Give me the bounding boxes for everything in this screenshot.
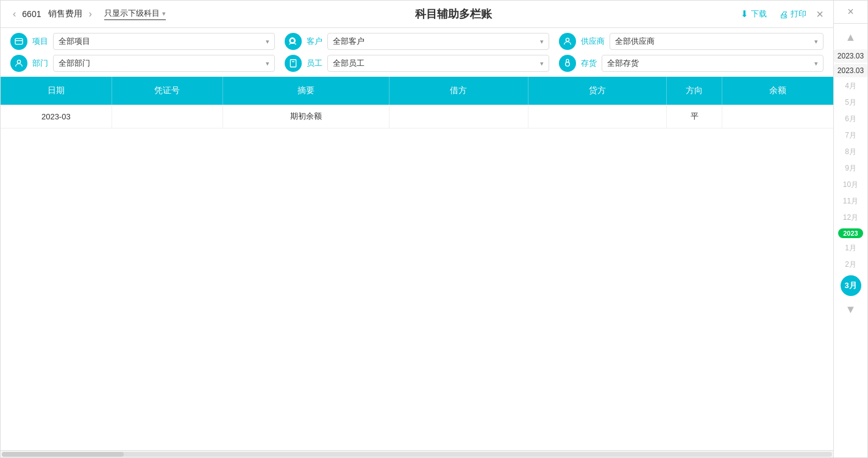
svg-rect-4: [290, 60, 296, 67]
page-title: 科目辅助多栏账: [166, 7, 741, 21]
month-9[interactable]: 9月: [834, 160, 867, 177]
col-header-credit: 贷方: [528, 77, 667, 105]
print-icon: 🖨: [779, 9, 788, 19]
cell-credit: [528, 105, 667, 129]
cell-debit: [389, 105, 528, 129]
sidebar-close-btn[interactable]: ×: [834, 1, 867, 24]
supplier-select[interactable]: 全部供应商 ▾: [610, 33, 824, 50]
download-label: 下载: [751, 9, 767, 19]
filter-bar: 项目 全部项目 ▾ 客户 全部客户 ▾ 供应: [1, 28, 833, 77]
dept-select[interactable]: 全部部门 ▾: [53, 55, 275, 72]
employee-select[interactable]: 全部员工 ▾: [327, 55, 549, 72]
supplier-chevron: ▾: [814, 38, 818, 46]
col-header-debit: 借方: [389, 77, 528, 105]
col-header-date: 日期: [1, 77, 112, 105]
col-header-summary: 摘要: [222, 77, 389, 105]
period-down-btn[interactable]: ▼: [843, 301, 859, 319]
svg-point-2: [566, 38, 569, 41]
dept-icon: [10, 55, 27, 72]
period-list: ▲ 2023.03 2023.03 4月 5月 6月 7月 8月 9月 10月 …: [834, 24, 867, 457]
customer-chevron: ▾: [540, 38, 544, 46]
inventory-chevron: ▾: [814, 60, 818, 68]
month-4[interactable]: 4月: [834, 78, 867, 94]
download-btn[interactable]: ⬇ 下载: [741, 9, 767, 19]
month-12[interactable]: 12月: [834, 210, 867, 226]
employee-icon: [285, 55, 302, 72]
close-btn[interactable]: ×: [816, 7, 824, 21]
inventory-label: 存货: [581, 58, 597, 69]
month-6[interactable]: 6月: [834, 111, 867, 127]
month-3-active[interactable]: 3月: [841, 275, 861, 296]
next-account-btn[interactable]: ›: [86, 7, 94, 21]
filter-inventory: 存货 全部存货 ▾: [559, 55, 824, 72]
customer-select[interactable]: 全部客户 ▾: [327, 33, 549, 50]
filter-supplier: 供应商 全部供应商 ▾: [559, 33, 824, 50]
year-badge[interactable]: 2023: [838, 228, 863, 238]
dept-value: 全部部门: [59, 58, 90, 69]
svg-point-3: [17, 60, 20, 63]
customer-icon: [285, 33, 302, 50]
dept-label: 部门: [32, 58, 48, 69]
project-select[interactable]: 全部项目 ▾: [53, 33, 275, 50]
period-item-2[interactable]: 2023.03: [834, 64, 867, 77]
month-1[interactable]: 1月: [834, 240, 867, 256]
project-chevron: ▾: [266, 38, 269, 46]
inventory-icon: [559, 55, 576, 72]
cell-balance: [722, 105, 833, 129]
month-11[interactable]: 11月: [834, 193, 867, 210]
show-sub-toggle[interactable]: 只显示下级科目 ▾: [104, 8, 166, 20]
print-label: 打印: [791, 9, 806, 19]
inventory-value: 全部存货: [607, 58, 639, 69]
employee-label: 员工: [307, 58, 322, 69]
project-value: 全部项目: [59, 36, 90, 47]
col-header-direction: 方向: [667, 77, 722, 105]
horizontal-scrollbar[interactable]: [1, 450, 833, 457]
month-2[interactable]: 2月: [834, 256, 867, 273]
filter-project: 项目 全部项目 ▾: [10, 33, 275, 50]
employee-value: 全部员工: [333, 58, 365, 69]
print-btn[interactable]: 🖨 打印: [779, 9, 806, 19]
table-header-row: 日期 凭证号 摘要 借方 贷方 方向 余额: [1, 77, 833, 105]
month-8[interactable]: 8月: [834, 144, 867, 160]
ledger-table: 日期 凭证号 摘要 借方 贷方 方向 余额 2023-03 期初余额: [1, 77, 833, 129]
month-7[interactable]: 7月: [834, 127, 867, 144]
period-sidebar: × ▲ 2023.03 2023.03 4月 5月 6月 7月 8月 9月 10…: [833, 1, 867, 457]
month-10[interactable]: 10月: [834, 177, 867, 193]
svg-rect-0: [15, 38, 23, 44]
filter-employee: 员工 全部员工 ▾: [285, 55, 549, 72]
cell-summary: 期初余额: [222, 105, 389, 129]
month-5[interactable]: 5月: [834, 94, 867, 111]
supplier-value: 全部供应商: [615, 36, 655, 47]
customer-label: 客户: [307, 36, 322, 47]
cell-direction: 平: [667, 105, 722, 129]
account-name: 销售费用: [48, 9, 82, 19]
dept-chevron: ▾: [266, 60, 269, 68]
filter-customer: 客户 全部客户 ▾: [285, 33, 549, 50]
inventory-select[interactable]: 全部存货 ▾: [602, 55, 824, 72]
col-header-balance: 余额: [722, 77, 833, 105]
cell-voucher: [112, 105, 222, 129]
prev-account-btn[interactable]: ‹: [10, 7, 18, 21]
account-code: 6601: [22, 9, 41, 19]
project-label: 项目: [32, 36, 48, 47]
supplier-label: 供应商: [581, 36, 605, 47]
project-icon: [10, 33, 27, 50]
filter-dept: 部门 全部部门 ▾: [10, 55, 275, 72]
show-sub-label: 只显示下级科目: [104, 8, 160, 19]
customer-value: 全部客户: [333, 36, 365, 47]
download-icon: ⬇: [741, 9, 749, 19]
supplier-icon: [559, 33, 576, 50]
period-item-1[interactable]: 2023.03: [834, 49, 867, 63]
ledger-table-container: 日期 凭证号 摘要 借方 贷方 方向 余额 2023-03 期初余额: [1, 77, 833, 129]
col-header-voucher: 凭证号: [112, 77, 222, 105]
header: ‹ 6601 销售费用 › 只显示下级科目 ▾ 科目辅助多栏账 ⬇ 下载 🖨 打…: [1, 1, 833, 28]
table-row[interactable]: 2023-03 期初余额 平: [1, 105, 833, 129]
svg-point-6: [566, 62, 570, 66]
header-actions: ⬇ 下载 🖨 打印: [741, 9, 806, 19]
period-up-btn[interactable]: ▲: [843, 29, 859, 46]
employee-chevron: ▾: [540, 60, 544, 68]
cell-date: 2023-03: [1, 105, 112, 129]
